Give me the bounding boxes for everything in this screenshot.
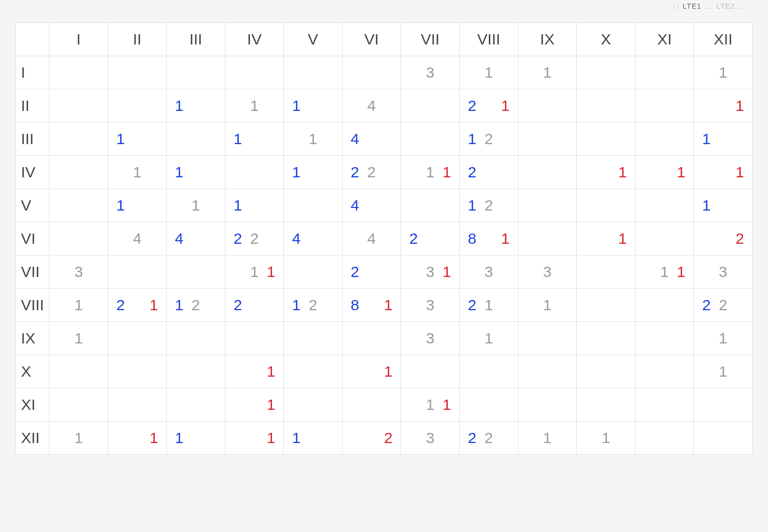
cell-empty-slot — [230, 263, 246, 281]
matrix-cell: 31 — [401, 256, 460, 289]
cell-empty-slot — [731, 64, 748, 81]
matrix-cell — [401, 89, 460, 123]
cell-empty-slot — [698, 164, 715, 181]
cell-value-g: 1 — [539, 64, 556, 81]
matrix-cell — [401, 189, 460, 222]
matrix-cell: 1 — [694, 322, 753, 355]
cell-empty-slot — [497, 130, 514, 148]
cell-empty-slot — [380, 396, 397, 413]
cell-empty-slot — [171, 330, 188, 347]
cell-empty-slot — [305, 97, 322, 114]
cell-empty-slot — [640, 97, 657, 114]
matrix-cell: 1 — [225, 388, 284, 422]
cell-empty-slot — [263, 130, 280, 148]
matrix-cell — [225, 56, 284, 89]
cell-empty-slot — [556, 263, 573, 281]
matrix-cell: 1 — [694, 156, 753, 189]
cell-empty-slot — [598, 396, 615, 413]
cell-empty-slot — [246, 164, 263, 181]
cell-empty-slot — [380, 164, 397, 181]
matrix-cell: 22 — [694, 289, 753, 322]
cell-value-r: 1 — [439, 164, 456, 181]
col-header: X — [577, 23, 636, 56]
cell-value-g: 3 — [422, 263, 439, 281]
cell-empty-slot — [698, 396, 715, 413]
cell-empty-slot — [71, 97, 87, 114]
matrix-cell: 12 — [167, 289, 225, 322]
cell-empty-slot — [112, 396, 129, 413]
matrix-cell: 1 — [108, 156, 167, 189]
matrix-cell: 4 — [342, 89, 401, 123]
cell-empty-slot — [363, 296, 380, 314]
cell-value-g: 1 — [539, 296, 556, 314]
cell-value-b: 2 — [464, 97, 481, 114]
cell-empty-slot — [246, 396, 263, 413]
cell-value-g: 1 — [539, 429, 556, 447]
cell-empty-slot — [523, 164, 539, 181]
cell-empty-slot — [422, 130, 439, 148]
cell-empty-slot — [539, 197, 556, 214]
matrix-cell — [284, 56, 343, 89]
col-header: XII — [694, 23, 753, 56]
cell-value-b: 2 — [464, 164, 481, 181]
matrix-cell — [167, 355, 225, 388]
cell-empty-slot — [246, 429, 263, 447]
cell-value-r: 1 — [497, 97, 514, 114]
cell-empty-slot — [731, 429, 748, 447]
cell-empty-slot — [129, 363, 146, 380]
matrix-cell — [460, 355, 518, 388]
matrix-cell: 2 — [460, 156, 518, 189]
matrix-cell — [50, 189, 108, 222]
matrix-cell: 1 — [694, 189, 753, 222]
col-header: III — [167, 23, 225, 56]
cell-empty-slot — [380, 130, 397, 148]
matrix-cell: 3 — [694, 256, 753, 289]
cell-empty-slot — [439, 230, 456, 247]
cell-empty-slot — [581, 429, 598, 447]
cell-empty-slot — [422, 230, 439, 247]
cell-empty-slot — [640, 130, 657, 148]
cell-empty-slot — [673, 197, 690, 214]
cell-empty-slot — [54, 263, 71, 281]
cell-value-g: 2 — [188, 296, 205, 314]
cell-empty-slot — [71, 197, 87, 214]
cell-empty-slot — [112, 363, 129, 380]
cell-empty-slot — [614, 130, 631, 148]
cell-value-g: 3 — [539, 263, 556, 281]
cell-empty-slot — [698, 64, 715, 81]
cell-empty-slot — [204, 363, 221, 380]
matrix-cell: 4 — [342, 189, 401, 222]
cell-empty-slot — [614, 330, 631, 347]
cell-empty-slot — [556, 429, 573, 447]
matrix-cell — [401, 355, 460, 388]
arrows-icon: ↑↓ — [672, 2, 680, 10]
cell-empty-slot — [556, 130, 573, 148]
cell-empty-slot — [246, 197, 263, 214]
cell-empty-slot — [523, 363, 539, 380]
cell-value-r: 2 — [380, 429, 397, 447]
cell-empty-slot — [581, 363, 598, 380]
cell-empty-slot — [640, 230, 657, 247]
cell-empty-slot — [715, 164, 732, 181]
cell-empty-slot — [640, 429, 657, 447]
cell-empty-slot — [614, 363, 631, 380]
cell-empty-slot — [640, 164, 657, 181]
cell-value-g: 1 — [71, 330, 87, 347]
cell-value-b: 1 — [288, 429, 305, 447]
cell-value-b: 1 — [112, 130, 129, 148]
cell-empty-slot — [321, 296, 338, 314]
cell-empty-slot — [230, 164, 246, 181]
cell-empty-slot — [523, 396, 539, 413]
cell-value-g: 3 — [715, 263, 732, 281]
cell-empty-slot — [405, 363, 422, 380]
cell-empty-slot — [146, 197, 163, 214]
cell-empty-slot — [715, 197, 732, 214]
cell-empty-slot — [129, 263, 146, 281]
cell-empty-slot — [204, 97, 221, 114]
col-header: VII — [401, 23, 460, 56]
column-header-row: IIIIIIIVVVIVIIVIIIIXXXIXII — [16, 23, 753, 56]
cell-empty-slot — [405, 330, 422, 347]
cell-value-b: 4 — [347, 130, 364, 148]
matrix-cell: 1 — [167, 422, 225, 455]
cell-empty-slot — [698, 429, 715, 447]
